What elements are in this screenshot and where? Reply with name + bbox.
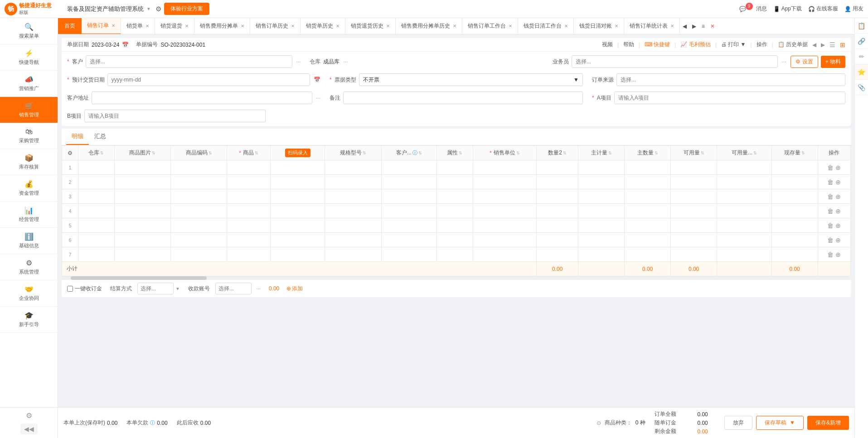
th-settings[interactable]: ⚙ (62, 146, 78, 160)
row2-customer-code[interactable] (381, 175, 436, 189)
b-project-input[interactable] (84, 110, 266, 122)
delivery-date-input[interactable] (107, 73, 310, 86)
row6-delete-icon[interactable]: 🗑 (827, 236, 834, 244)
row1-customer-code[interactable] (381, 160, 436, 175)
add-payment-btn[interactable]: ⊕ 添加 (286, 285, 303, 293)
row1-goods[interactable] (227, 160, 271, 175)
settings-bottom-icon[interactable]: ⚙ (26, 411, 32, 420)
invoice-type-select[interactable]: 不开票 ▼ (359, 73, 583, 86)
right-panel-star-icon[interactable]: ⭐ (855, 64, 868, 80)
tab-close-sales-invoice[interactable]: ✕ (145, 24, 149, 29)
customer-more-btn[interactable]: ··· (296, 58, 301, 65)
industry-btn[interactable]: 体验行业方案 (164, 3, 209, 15)
row6-copy-icon[interactable]: ⊕ (835, 236, 841, 244)
tab-close-all-btn[interactable]: ✕ (708, 18, 718, 34)
tab-close-cash-reconcile[interactable]: ✕ (615, 24, 618, 29)
row2-available[interactable] (671, 175, 717, 189)
row1-qty2[interactable] (537, 160, 578, 175)
row1-attr[interactable] (437, 160, 473, 175)
order-source-input[interactable] (616, 73, 845, 86)
add-material-btn[interactable]: + 物料 (821, 56, 845, 68)
account-input[interactable] (215, 283, 252, 294)
tab-close-return-history[interactable]: ✕ (386, 24, 390, 29)
delivery-date-icon[interactable]: 📅 (314, 77, 320, 83)
customer-input[interactable] (86, 55, 293, 68)
help-btn[interactable]: 帮助 (623, 41, 634, 48)
tab-cash-workbench[interactable]: 钱货日清工作台 ✕ (518, 18, 574, 34)
row2-copy-icon[interactable]: ⊕ (835, 178, 841, 186)
tab-order-workbench[interactable]: 销售订单工作台 ✕ (462, 18, 518, 34)
user-btn[interactable]: 👤 用友 (844, 5, 863, 13)
row2-delete-icon[interactable]: 🗑 (827, 178, 834, 186)
row1-spec[interactable] (325, 160, 381, 175)
tab-sales-expense[interactable]: 销售费用分摊单 ✕ (194, 18, 250, 34)
next-record-btn[interactable]: ▶ (821, 42, 825, 48)
app-download-btn[interactable]: 📱 App下载 (773, 5, 802, 13)
table-tab-detail[interactable]: 明细 (66, 129, 89, 145)
tab-cash-reconcile[interactable]: 钱货日清对账 ✕ (574, 18, 624, 34)
profit-btn[interactable]: 📈 毛利预估 (680, 41, 710, 48)
payment-method-arrow[interactable]: ▼ (175, 286, 180, 291)
current-info-icon[interactable]: ⓘ (150, 419, 155, 426)
tab-order-history[interactable]: 销售订单历史 ✕ (250, 18, 301, 34)
tab-sales-order[interactable]: 销售订单 ✕ (82, 18, 121, 34)
row2-main-qty[interactable] (625, 175, 671, 189)
row4-copy-icon[interactable]: ⊕ (835, 207, 841, 215)
table-tab-summary[interactable]: 汇总 (89, 129, 112, 145)
tab-close-invoice-history[interactable]: ✕ (336, 24, 339, 29)
sidebar-item-purchase[interactable]: 🛍 采购管理 (0, 123, 58, 149)
calendar-icon[interactable]: 📅 (122, 42, 129, 48)
row1-scan[interactable] (270, 160, 325, 175)
row2-image[interactable] (114, 175, 170, 189)
tab-sales-invoice[interactable]: 销货单 ✕ (121, 18, 155, 34)
customer-address-input[interactable] (92, 91, 312, 104)
row4-delete-icon[interactable]: 🗑 (827, 207, 834, 215)
save-new-btn[interactable]: 保存&新增 (807, 416, 849, 430)
row2-stock[interactable] (771, 175, 818, 189)
sidebar-item-nav[interactable]: ⚡ 快捷导航 (0, 44, 58, 71)
tab-close-sales-return[interactable]: ✕ (185, 24, 189, 29)
row2-unit[interactable] (473, 175, 536, 189)
row3-copy-icon[interactable]: ⊕ (835, 193, 841, 200)
sidebar-collapse-btn[interactable]: ◀◀ (20, 424, 38, 434)
row2-scan[interactable] (270, 175, 325, 189)
right-panel-attachment-icon[interactable]: 📎 (855, 80, 868, 95)
tab-invoice-history[interactable]: 销货单历史 ✕ (301, 18, 345, 34)
row2-available2[interactable] (717, 175, 772, 189)
tab-menu-btn[interactable]: ≡ (699, 18, 708, 34)
column-settings-icon[interactable]: ⚙ (68, 150, 73, 156)
address-more-btn[interactable]: ··· (316, 95, 320, 101)
right-panel-link-icon[interactable]: 🔗 (855, 34, 868, 49)
account-select[interactable] (215, 283, 252, 294)
row2-spec[interactable] (325, 175, 381, 189)
payment-method-input[interactable] (137, 283, 174, 294)
sys-arrow[interactable]: ▼ (146, 6, 151, 11)
warehouse-more-btn[interactable]: ··· (343, 58, 348, 65)
row1-delete-icon[interactable]: 🗑 (827, 164, 834, 171)
tab-expense-history[interactable]: 销售费用分摊单历史 ✕ (396, 18, 462, 34)
discard-btn[interactable]: 放弃 (724, 416, 752, 430)
tab-close-sales-order[interactable]: ✕ (112, 23, 115, 28)
tab-prev-btn[interactable]: ◀ (680, 18, 689, 34)
row1-warehouse[interactable] (78, 160, 115, 175)
tab-close-cash-workbench[interactable]: ✕ (564, 24, 568, 29)
right-panel-edit-icon[interactable]: ✏ (855, 49, 868, 64)
grid-view-btn[interactable]: ⊞ (840, 41, 845, 48)
row2-attr[interactable] (437, 175, 473, 189)
settings-inline-btn[interactable]: ⚙ 设置 (790, 56, 818, 68)
tab-order-stats[interactable]: 销售订单统计表 ✕ (624, 18, 680, 34)
sidebar-item-sales[interactable]: 🛒 销售管理 (0, 97, 58, 123)
sidebar-item-inventory[interactable]: 📦 库存核算 (0, 149, 58, 175)
sidebar-item-base[interactable]: ℹ️ 基础信息 (0, 228, 58, 254)
row3-warehouse[interactable] (78, 189, 115, 204)
single-num-value[interactable]: SO-20230324-001 (160, 42, 205, 48)
row5-copy-icon[interactable]: ⊕ (835, 222, 841, 229)
row1-image[interactable] (114, 160, 170, 175)
print-btn[interactable]: 🖨 打印 ▼ (721, 41, 746, 48)
tab-close-order-workbench[interactable]: ✕ (509, 24, 512, 29)
sidebar-item-collab[interactable]: 🤝 企业协同 (0, 280, 58, 307)
row1-available2[interactable] (717, 160, 772, 175)
view-btn[interactable]: 视频 (602, 41, 613, 48)
row1-available[interactable] (671, 160, 717, 175)
tab-next-btn[interactable]: ▶ (689, 18, 699, 34)
